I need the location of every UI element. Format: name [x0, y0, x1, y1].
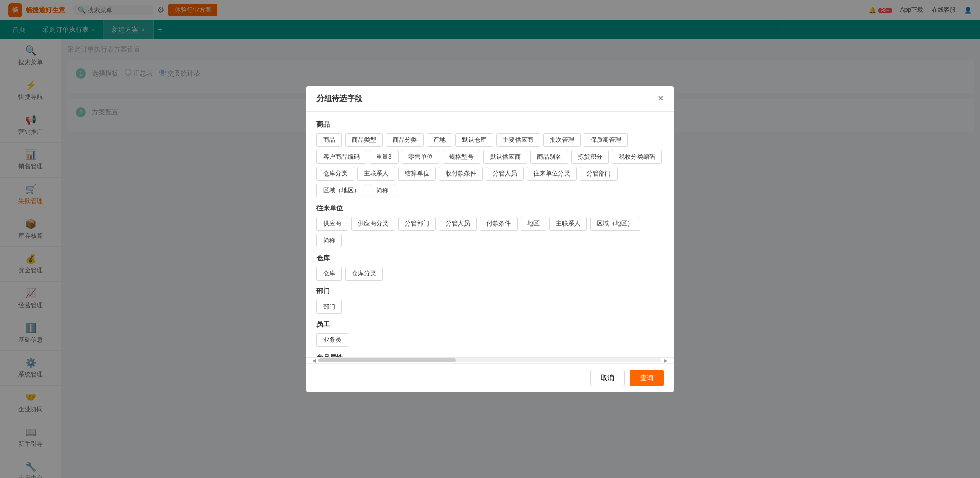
modal-body[interactable]: 商品 商品 商品类型 商品分类 产地 默认仓库 主要供应商 批次管理 保质期管理… — [306, 112, 674, 357]
field-partner-area[interactable]: 区域（地区） — [590, 217, 640, 231]
field-supplier-category[interactable]: 供应商分类 — [351, 217, 395, 231]
field-partner-supervisor[interactable]: 分管人员 — [439, 217, 477, 231]
warehouse-fields: 仓库 仓库分类 — [316, 267, 664, 281]
modal-overlay: 分组待选字段 × 商品 商品 商品类型 商品分类 产地 默认仓库 主要供应商 批… — [61, 39, 980, 478]
field-settlement-unit[interactable]: 结算单位 — [398, 167, 436, 181]
confirm-button[interactable]: 查询 — [630, 370, 664, 386]
modal-footer: 取消 查询 — [306, 363, 674, 392]
modal-hscroll[interactable]: ◀ ▶ — [306, 357, 674, 363]
field-default-supplier[interactable]: 默认供应商 — [483, 150, 527, 164]
field-batch-mgmt[interactable]: 批次管理 — [543, 133, 581, 147]
field-default-warehouse[interactable]: 默认仓库 — [455, 133, 493, 147]
field-abbr[interactable]: 简称 — [370, 184, 395, 197]
field-main-supplier[interactable]: 主要供应商 — [496, 133, 540, 147]
modal-close-btn[interactable]: × — [658, 93, 664, 104]
field-goods-alias[interactable]: 商品别名 — [530, 150, 568, 164]
field-origin[interactable]: 产地 — [427, 133, 452, 147]
section-title-warehouse: 仓库 — [316, 254, 664, 263]
field-dept[interactable]: 分管部门 — [580, 167, 618, 181]
main-content: 采购订单执行表方案设置 1 选择模板 汇总表 交叉统计表 2 方案配置 — [61, 39, 980, 478]
employee-fields: 业务员 — [316, 333, 664, 347]
field-warehouse[interactable]: 仓库 — [316, 267, 342, 281]
layout: 🔍 搜索菜单 ⚡ 快捷导航 📢 营销推广 📊 销售管理 🛒 采购管理 📦 库存核… — [0, 39, 980, 478]
field-main-contact[interactable]: 主联系人 — [357, 167, 395, 181]
field-salesman[interactable]: 业务员 — [316, 333, 348, 347]
goods-fields: 商品 商品类型 商品分类 产地 默认仓库 主要供应商 批次管理 保质期管理 客户… — [316, 133, 664, 197]
field-partner-dept[interactable]: 分管部门 — [398, 217, 436, 231]
field-partner-contact[interactable]: 主联系人 — [549, 217, 587, 231]
modal-header: 分组待选字段 × — [306, 86, 674, 112]
modal: 分组待选字段 × 商品 商品 商品类型 商品分类 产地 默认仓库 主要供应商 批… — [306, 86, 674, 392]
hscroll-left-arrow[interactable]: ◀ — [310, 358, 318, 363]
hscroll-bar[interactable] — [318, 358, 662, 362]
field-goods-type[interactable]: 商品类型 — [345, 133, 383, 147]
section-title-goods-attr: 商品属性 — [316, 353, 664, 357]
partner-fields: 供应商 供应商分类 分管部门 分管人员 付款条件 地区 主联系人 区域（地区） … — [316, 217, 664, 247]
field-department[interactable]: 部门 — [316, 300, 342, 314]
field-partner-category[interactable]: 往来单位分类 — [527, 167, 577, 181]
hscroll-right-arrow[interactable]: ▶ — [662, 358, 670, 363]
field-spec-model[interactable]: 规格型号 — [443, 150, 480, 164]
field-supervisor[interactable]: 分管人员 — [486, 167, 524, 181]
section-title-dept: 部门 — [316, 287, 664, 296]
modal-title: 分组待选字段 — [316, 94, 362, 104]
hscroll-thumb — [318, 358, 456, 362]
field-customer-goods-code[interactable]: 客户商品编码 — [316, 150, 366, 164]
field-retail-unit[interactable]: 零售单位 — [402, 150, 439, 164]
field-partner-region[interactable]: 地区 — [521, 217, 546, 231]
field-payment-terms[interactable]: 收付款条件 — [439, 167, 483, 181]
field-expiry-mgmt[interactable]: 保质期管理 — [584, 133, 628, 147]
section-title-partner: 往来单位 — [316, 204, 664, 213]
section-title-employee: 员工 — [316, 320, 664, 329]
field-region[interactable]: 区域（地区） — [316, 184, 366, 197]
cancel-button[interactable]: 取消 — [590, 370, 625, 386]
section-title-goods: 商品 — [316, 120, 664, 129]
field-warehouse-category[interactable]: 仓库分类 — [316, 167, 354, 181]
field-supplier[interactable]: 供应商 — [316, 217, 348, 231]
field-goods[interactable]: 商品 — [316, 133, 342, 147]
dept-fields: 部门 — [316, 300, 664, 314]
field-partner-payment[interactable]: 付款条件 — [480, 217, 518, 231]
field-tax-code[interactable]: 税收分类编码 — [612, 150, 662, 164]
field-weight3[interactable]: 重量3 — [370, 150, 399, 164]
field-partner-abbr[interactable]: 简称 — [316, 234, 342, 247]
field-warehouse-type[interactable]: 仓库分类 — [345, 267, 383, 281]
field-goods-category[interactable]: 商品分类 — [386, 133, 424, 147]
field-pick-points[interactable]: 拣货积分 — [571, 150, 609, 164]
